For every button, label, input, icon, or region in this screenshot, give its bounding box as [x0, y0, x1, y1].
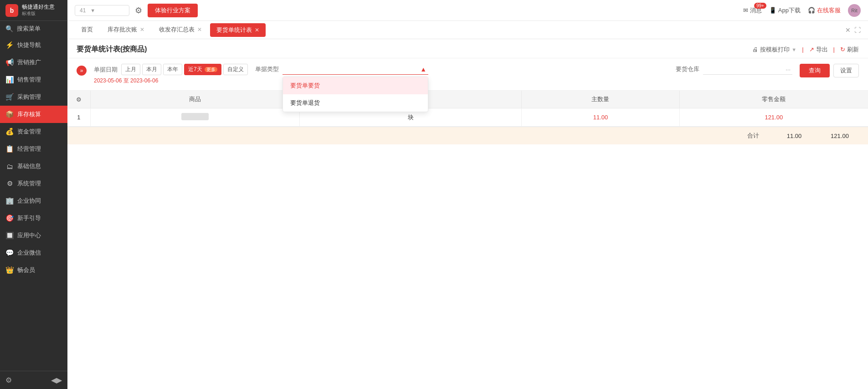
- app-name: 畅捷通好生意: [22, 4, 55, 11]
- online-service-button[interactable]: 🎧 在线客服: [808, 6, 841, 15]
- warehouse-filter-group: 要货仓库 ···: [676, 64, 792, 75]
- date-btn-this-year[interactable]: 本年: [163, 64, 182, 75]
- tab-batch-account-label: 库存批次账: [108, 26, 137, 34]
- sidebar-item-label: 应用中心: [17, 231, 62, 240]
- sidebar-item-member[interactable]: 👑 畅会员: [0, 261, 67, 279]
- sidebar-item-finance[interactable]: 💰 资金管理: [0, 123, 67, 140]
- doc-type-input[interactable]: [282, 64, 428, 75]
- store-selector[interactable]: 41 ▼: [75, 5, 129, 16]
- table-body: 1 块 11.00 121.00: [67, 108, 868, 127]
- print-button[interactable]: 🖨 按模板打印 ▼: [752, 46, 796, 54]
- tab-receive-summary[interactable]: 收发存汇总表 ✕: [153, 23, 208, 37]
- sidebar-item-label: 基础信息: [17, 162, 62, 170]
- sidebar-item-sales[interactable]: 📊 销售管理: [0, 71, 67, 88]
- sidebar-item-label: 销售管理: [17, 76, 62, 84]
- sidebar-item-marketing[interactable]: 📢 营销推广: [0, 54, 67, 71]
- purchase-icon: 🛒: [5, 93, 14, 101]
- trial-industry-button[interactable]: 体验行业方案: [148, 4, 198, 17]
- page-content: 要货单统计表(按商品) 🖨 按模板打印 ▼ | ↗ 导出 | ↻: [67, 39, 868, 389]
- messages-badge: 99+: [754, 3, 766, 9]
- tab-batch-account-close[interactable]: ✕: [140, 26, 144, 33]
- tab-receive-summary-close[interactable]: ✕: [197, 26, 202, 33]
- warehouse-input[interactable]: [703, 64, 792, 75]
- tab-receive-summary-label: 收发存汇总表: [159, 26, 195, 34]
- app-version: 标准版: [22, 10, 55, 17]
- sidebar-item-enterprise[interactable]: 🏢 企业协同: [0, 192, 67, 210]
- query-button[interactable]: 查询: [800, 64, 830, 77]
- th-settings[interactable]: ⚙: [67, 91, 90, 108]
- dropdown-item-order-return[interactable]: 要货单退货: [283, 94, 428, 112]
- refresh-button[interactable]: ↻ 刷新: [840, 46, 859, 54]
- table-footer: 合计11.00121.00: [67, 127, 868, 144]
- doc-type-dropdown-arrow[interactable]: ▲: [420, 66, 426, 73]
- date-btn-recent7[interactable]: 近7天 更多: [184, 64, 221, 75]
- sidebar-item-label: 畅会员: [17, 266, 62, 274]
- tab-home[interactable]: 首页: [75, 23, 99, 37]
- sidebar-item-inventory[interactable]: 📦 库存核算: [0, 106, 67, 123]
- expand-tabs-icon[interactable]: ⛶: [854, 26, 861, 34]
- table-settings-icon[interactable]: ⚙: [76, 96, 82, 103]
- export-button[interactable]: ↗ 导出: [809, 46, 828, 54]
- action-divider-1: |: [802, 46, 803, 53]
- app-download-button[interactable]: 📱 App下载: [769, 6, 801, 15]
- td-amount[interactable]: 121.00: [679, 108, 868, 127]
- th-product: 商品: [90, 91, 300, 108]
- date-btn-this-month[interactable]: 本月: [142, 64, 161, 75]
- sidebar-item-operations[interactable]: 📋 经营管理: [0, 140, 67, 158]
- settings-icon[interactable]: ⚙: [5, 376, 12, 384]
- dropdown-item-order-goods[interactable]: 要货单要货: [283, 77, 428, 94]
- sidebar-item-system[interactable]: ⚙ 系统管理: [0, 175, 67, 192]
- headset-icon: 🎧: [808, 7, 815, 14]
- tab-order-summary[interactable]: 要货单统计表 ✕: [210, 23, 266, 37]
- app-download-label: App下载: [778, 6, 801, 15]
- th-amount: 零售金额: [679, 91, 868, 108]
- product-name-blurred: [181, 113, 209, 120]
- system-icon: ⚙: [5, 179, 14, 188]
- sidebar-item-quick-nav[interactable]: ⚡ 快捷导航: [0, 36, 67, 54]
- sidebar-item-label: 经营管理: [17, 145, 62, 153]
- sidebar-bottom: ⚙ ◀▶: [0, 371, 67, 389]
- tab-batch-account[interactable]: 库存批次账 ✕: [101, 23, 151, 37]
- print-label: 按模板打印: [760, 46, 790, 54]
- messages-button[interactable]: ✉ 消息 99+: [743, 6, 762, 15]
- search-menu[interactable]: 🔍 搜索菜单: [0, 21, 67, 36]
- sidebar-item-label: 新手引导: [17, 214, 62, 222]
- sidebar-item-label: 企业微信: [17, 249, 62, 257]
- store-number: 41: [80, 7, 86, 14]
- main-area: 41 ▼ ⚙ 体验行业方案 ✉ 消息 99+ 📱 App下载 🎧 在线客服 R: [67, 0, 868, 389]
- date-filter-group: 单据日期 上月 本月 本年 近7天 更多 自定义 2023-05-06: [94, 64, 248, 85]
- close-all-tabs-icon[interactable]: ✕: [845, 26, 851, 34]
- basic-icon: 🗂: [5, 163, 14, 170]
- topbar: 41 ▼ ⚙ 体验行业方案 ✉ 消息 99+ 📱 App下载 🎧 在线客服 R: [67, 0, 868, 21]
- warehouse-more-icon[interactable]: ···: [786, 66, 791, 73]
- doc-type-filter-group: 单据类型 ▲ 要货单要货 要货单退货: [255, 64, 668, 75]
- filter-expand-button[interactable]: »: [77, 66, 87, 76]
- sidebar-item-newbie[interactable]: 🎯 新手引导: [0, 210, 67, 227]
- filter-settings-button[interactable]: 设置: [833, 64, 859, 77]
- collapse-icon[interactable]: ◀▶: [51, 376, 62, 384]
- search-menu-label: 搜索菜单: [17, 25, 41, 33]
- search-icon: 🔍: [5, 25, 13, 32]
- refresh-label: 刷新: [847, 46, 859, 54]
- sidebar-item-appstore[interactable]: 🔲 应用中心: [0, 227, 67, 244]
- date-btn-last-month[interactable]: 上月: [121, 64, 140, 75]
- topbar-settings-icon[interactable]: ⚙: [135, 5, 142, 15]
- sidebar-nav: ⚡ 快捷导航 📢 营销推广 📊 销售管理 🛒 采购管理 📦 库存核算 💰 资金管…: [0, 36, 67, 371]
- sidebar-item-basic[interactable]: 🗂 基础信息: [0, 158, 67, 175]
- user-avatar[interactable]: Rit: [848, 4, 861, 17]
- page-body: 要货单统计表(按商品) 🖨 按模板打印 ▼ | ↗ 导出 | ↻: [67, 39, 868, 389]
- table-header: ⚙ 商品 主计量单位 主数量 零售金额: [67, 91, 868, 108]
- date-btn-custom[interactable]: 自定义: [223, 64, 248, 75]
- member-icon: 👑: [5, 266, 14, 274]
- td-quantity[interactable]: 11.00: [522, 108, 679, 127]
- sidebar-item-wechat[interactable]: 💬 企业微信: [0, 244, 67, 261]
- refresh-icon: ↻: [840, 46, 845, 53]
- tabs-bar: 首页 库存批次账 ✕ 收发存汇总表 ✕ 要货单统计表 ✕ ✕ ⛶: [67, 21, 868, 39]
- print-icon: 🖨: [752, 46, 758, 53]
- app-logo-icon: b: [5, 4, 18, 17]
- sidebar-item-label: 营销推广: [17, 58, 62, 67]
- tab-order-summary-label: 要货单统计表: [216, 26, 252, 34]
- tab-order-summary-close[interactable]: ✕: [255, 27, 259, 33]
- date-range-display: 2023-05-06 至 2023-06-06: [94, 77, 248, 85]
- sidebar-item-purchase[interactable]: 🛒 采购管理: [0, 88, 67, 106]
